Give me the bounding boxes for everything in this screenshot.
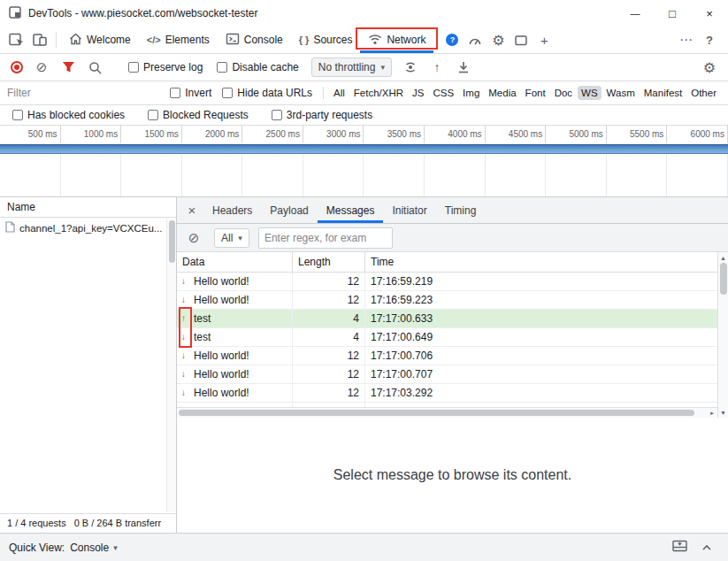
- clear-icon[interactable]: ⊘: [30, 54, 53, 81]
- settings-gear-icon[interactable]: ⚙: [487, 27, 510, 53]
- tab-label: Network: [387, 34, 425, 46]
- chevron-up-icon[interactable]: [701, 542, 712, 554]
- filter-type-ws[interactable]: WS: [578, 86, 602, 100]
- network-conditions-icon[interactable]: [399, 54, 422, 81]
- requests-scrollbar[interactable]: [166, 219, 176, 512]
- message-row[interactable]: ↓test 4 17:17:00.649: [177, 328, 728, 347]
- disable-cache-checkbox[interactable]: Disable cache: [217, 61, 298, 73]
- tab-messages[interactable]: Messages: [318, 197, 384, 223]
- tab-elements[interactable]: </> Elements: [139, 27, 218, 53]
- filter-type-js[interactable]: JS: [409, 86, 427, 100]
- filter-type-doc[interactable]: Doc: [551, 86, 576, 100]
- device-frame-icon[interactable]: [510, 27, 533, 53]
- regex-filter-input[interactable]: [258, 227, 393, 249]
- home-icon: [69, 33, 82, 48]
- scroll-right-icon[interactable]: ▸: [707, 408, 717, 418]
- quick-view-dropdown[interactable]: Console ▾: [70, 542, 118, 554]
- close-detail-icon[interactable]: ×: [180, 197, 203, 223]
- scroll-up-icon[interactable]: ▲: [718, 252, 728, 263]
- received-arrow-icon: ↓: [181, 291, 189, 309]
- timeline-tick: 5000 ms: [546, 126, 607, 142]
- message-row[interactable]: ↑test 4 17:17:00.633: [177, 310, 728, 328]
- has-blocked-cookies-checkbox[interactable]: Has blocked cookies: [12, 109, 125, 121]
- preserve-log-checkbox[interactable]: Preserve log: [128, 61, 203, 73]
- detail-tabs: × Headers Payload Messages Initiator Tim…: [177, 197, 728, 224]
- add-panel-icon[interactable]: +: [533, 27, 556, 53]
- message-type-dropdown[interactable]: All ▾: [214, 228, 249, 248]
- filter-divider: [323, 87, 324, 99]
- invert-checkbox[interactable]: Invert: [170, 87, 211, 99]
- performance-icon[interactable]: [464, 27, 487, 53]
- column-header-data[interactable]: Data: [177, 252, 293, 272]
- help-icon[interactable]: ?: [698, 27, 721, 53]
- timeline-tick: 6000 ms: [667, 126, 728, 142]
- close-button[interactable]: ×: [691, 0, 728, 27]
- message-time: 17:17:00.707: [365, 365, 728, 383]
- filter-type-font[interactable]: Font: [522, 86, 549, 100]
- message-time: 17:17:03.292: [365, 384, 728, 402]
- messages-horizontal-scrollbar[interactable]: ▸: [177, 407, 717, 418]
- tab-sources[interactable]: { } Sources: [291, 27, 361, 53]
- message-length: 12: [293, 365, 365, 383]
- braces-icon: { }: [299, 35, 310, 45]
- filter-type-other[interactable]: Other: [687, 86, 720, 100]
- message-row[interactable]: ↓Hello world! 12 17:16:59.219: [177, 273, 728, 291]
- search-icon[interactable]: [83, 54, 106, 81]
- timeline-ruler: 500 ms 1000 ms 1500 ms 2000 ms 2500 ms 3…: [0, 126, 728, 142]
- device-toolbar-icon[interactable]: [28, 27, 51, 53]
- hide-data-urls-checkbox[interactable]: Hide data URLs: [222, 87, 312, 99]
- inspect-icon[interactable]: [5, 27, 28, 53]
- column-header-length[interactable]: Length: [293, 252, 365, 272]
- message-row[interactable]: ↓Hello world! 12 17:17:00.707: [177, 365, 728, 384]
- export-har-icon[interactable]: [452, 54, 475, 81]
- timeline-tick: 500 ms: [0, 126, 61, 142]
- throttling-dropdown[interactable]: No throttling ▾: [311, 58, 392, 77]
- name-column-header[interactable]: Name: [0, 197, 176, 218]
- websocket-duration-bar: [0, 144, 728, 154]
- message-length: 12: [293, 291, 365, 309]
- sent-arrow-icon: ↑: [181, 310, 189, 327]
- message-row[interactable]: ↓Hello world! 12 17:17:00.706: [177, 347, 728, 365]
- more-options-icon[interactable]: ⋯: [675, 27, 698, 53]
- message-row[interactable]: ↓Hello world! 12 17:16:59.223: [177, 291, 728, 310]
- request-item[interactable]: channel_1?api_key=VCXCEu...: [0, 218, 176, 238]
- message-data: Hello world!: [194, 384, 249, 402]
- tab-console[interactable]: Console: [218, 27, 291, 53]
- issues-icon[interactable]: ?: [441, 27, 464, 53]
- maximize-button[interactable]: □: [654, 0, 691, 27]
- filter-type-wasm[interactable]: Wasm: [603, 86, 639, 100]
- received-arrow-icon: ↓: [181, 328, 189, 346]
- import-har-icon[interactable]: ↑: [425, 54, 448, 81]
- tab-payload[interactable]: Payload: [261, 197, 317, 223]
- filter-type-img[interactable]: Img: [459, 86, 483, 100]
- tab-network[interactable]: Network: [360, 27, 433, 53]
- filter-type-css[interactable]: CSS: [429, 86, 457, 100]
- message-length: 12: [293, 384, 365, 402]
- message-row[interactable]: ↓Hello world! 12 17:17:03.292: [177, 384, 728, 403]
- network-settings-gear-icon[interactable]: ⚙: [698, 54, 721, 81]
- third-party-requests-checkbox[interactable]: 3rd-party requests: [272, 109, 372, 121]
- tab-initiator[interactable]: Initiator: [383, 197, 435, 223]
- column-header-time[interactable]: Time: [365, 252, 728, 272]
- clear-messages-icon[interactable]: ⊘: [182, 224, 205, 251]
- filter-type-all[interactable]: All: [330, 86, 349, 100]
- minimize-button[interactable]: —: [617, 0, 654, 27]
- checkbox-icon: [12, 110, 23, 120]
- blocked-requests-checkbox[interactable]: Blocked Requests: [148, 109, 249, 121]
- network-overview[interactable]: [0, 142, 728, 197]
- filter-type-fetch-xhr[interactable]: Fetch/XHR: [350, 86, 407, 100]
- filter-type-media[interactable]: Media: [485, 86, 519, 100]
- tab-welcome[interactable]: Welcome: [61, 27, 139, 53]
- record-icon[interactable]: [11, 61, 23, 73]
- scroll-down-icon[interactable]: ▼: [718, 407, 728, 418]
- drawer-icon[interactable]: [672, 540, 687, 555]
- filter-input[interactable]: [7, 87, 156, 99]
- request-name: channel_1?api_key=VCXCEu...: [19, 223, 162, 234]
- tab-timing[interactable]: Timing: [436, 197, 486, 223]
- filter-funnel-icon[interactable]: [57, 54, 80, 81]
- tab-headers[interactable]: Headers: [203, 197, 261, 223]
- messages-vertical-scrollbar[interactable]: ▲ ▼: [717, 252, 728, 418]
- message-data: Hello world!: [194, 273, 249, 290]
- filter-type-manifest[interactable]: Manifest: [640, 86, 686, 100]
- devtools-window: DevTools - www.piesocket.com/websocket-t…: [0, 0, 728, 561]
